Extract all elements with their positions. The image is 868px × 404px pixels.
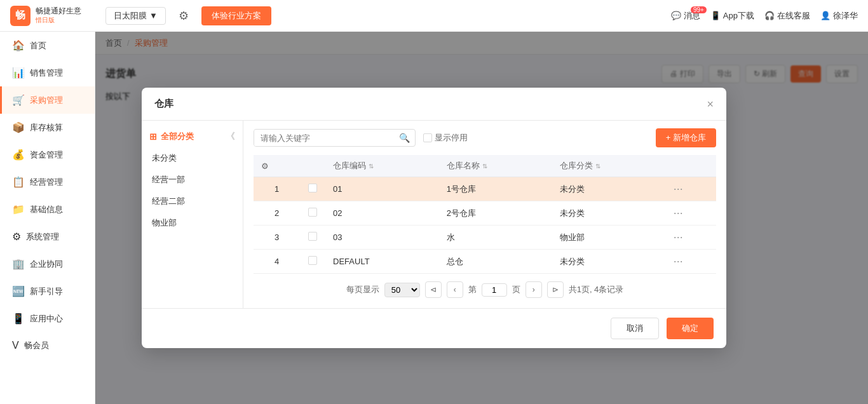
row-checkbox[interactable] bbox=[308, 232, 317, 241]
row-action-button[interactable]: ··· bbox=[674, 206, 683, 220]
row-action-button[interactable]: ··· bbox=[674, 255, 683, 268]
table-row[interactable]: 3 03 水 物业部 ··· bbox=[254, 226, 716, 250]
sidebar-item-system[interactable]: ⚙ 系统管理 bbox=[0, 223, 95, 250]
row-name: 总仓 bbox=[439, 250, 553, 274]
sidebar-item-home[interactable]: 🏠 首页 bbox=[0, 32, 95, 59]
message-badge: 99+ bbox=[691, 6, 707, 13]
page-number-input[interactable] bbox=[482, 283, 507, 297]
row-code: 01 bbox=[325, 177, 439, 201]
row-num: 2 bbox=[254, 201, 300, 226]
add-warehouse-button[interactable]: + 新增仓库 bbox=[656, 128, 716, 147]
sidebar-item-corp[interactable]: 🏢 企业协同 bbox=[0, 250, 95, 278]
sidebar-label-purchase: 采购管理 bbox=[30, 95, 63, 106]
mobile-icon: 📱 bbox=[12, 313, 25, 325]
col-settings-header[interactable]: ⚙ bbox=[254, 155, 300, 177]
search-input[interactable] bbox=[254, 130, 394, 146]
table-row[interactable]: 4 DEFAULT 总仓 未分类 ··· bbox=[254, 250, 716, 274]
cancel-button[interactable]: 取消 bbox=[611, 318, 659, 339]
row-code: 02 bbox=[325, 201, 439, 226]
app-download-item[interactable]: 📱 App下载 bbox=[710, 10, 754, 22]
last-page-button[interactable]: ⊳ bbox=[547, 281, 564, 298]
modal-body: ⊞ 全部分类 《 未分类 经营一部 经营二部 物业部 bbox=[142, 121, 726, 308]
row-action: ··· bbox=[666, 226, 716, 250]
row-category: 物业部 bbox=[552, 226, 666, 250]
category-item-ops1[interactable]: 经营一部 bbox=[142, 169, 243, 191]
category-item-property[interactable]: 物业部 bbox=[142, 212, 243, 234]
online-service-item[interactable]: 🎧 在线客服 bbox=[764, 10, 810, 22]
first-page-button[interactable]: ⊲ bbox=[425, 281, 442, 298]
table-panel: 🔍 显示停用 + 新增仓库 bbox=[243, 121, 726, 308]
col-code-header: 仓库编码⇅ bbox=[325, 155, 439, 177]
content-area: 首页 / 采购管理 进货单 🖨 打印 导出 ↻ 刷新 查询 设置 按以下 bbox=[95, 32, 868, 404]
sidebar-item-operation[interactable]: 📋 经营管理 bbox=[0, 168, 95, 196]
trial-button[interactable]: 体验行业方案 bbox=[201, 6, 271, 25]
next-page-button[interactable]: › bbox=[526, 281, 542, 298]
row-checkbox[interactable] bbox=[308, 208, 317, 217]
sidebar-item-base[interactable]: 📁 基础信息 bbox=[0, 196, 95, 223]
sidebar-label-operation: 经营管理 bbox=[30, 177, 63, 188]
warehouse-table: ⚙ 仓库编码⇅ 仓库名称⇅ 仓库分类⇅ 1 bbox=[254, 155, 716, 274]
category-all[interactable]: ⊞ 全部分类 bbox=[149, 131, 194, 142]
sidebar-label-member: 畅会员 bbox=[24, 340, 49, 351]
show-disabled-label[interactable]: 显示停用 bbox=[423, 132, 468, 144]
row-checkbox-cell[interactable] bbox=[300, 177, 325, 201]
row-action-button[interactable]: ··· bbox=[674, 182, 683, 196]
row-checkbox[interactable] bbox=[308, 184, 317, 192]
table-toolbar: 🔍 显示停用 + 新增仓库 bbox=[254, 128, 716, 147]
table-header-row: ⚙ 仓库编码⇅ 仓库名称⇅ 仓库分类⇅ bbox=[254, 155, 716, 177]
sidebar-item-stock[interactable]: 📦 库存核算 bbox=[0, 114, 95, 141]
sidebar-label-base: 基础信息 bbox=[30, 204, 63, 215]
row-checkbox-cell[interactable] bbox=[300, 226, 325, 250]
confirm-button[interactable]: 确定 bbox=[667, 318, 714, 339]
row-checkbox-cell[interactable] bbox=[300, 250, 325, 274]
sidebar-item-apps[interactable]: 📱 应用中心 bbox=[0, 305, 95, 332]
message-item[interactable]: 💬 消息 99+ bbox=[671, 10, 700, 22]
row-action-button[interactable]: ··· bbox=[674, 231, 683, 244]
sidebar-item-purchase[interactable]: 🛒 采购管理 bbox=[0, 86, 95, 114]
settings-button[interactable]: ⚙ bbox=[173, 6, 194, 26]
home-icon: 🏠 bbox=[12, 39, 25, 51]
row-name: 水 bbox=[439, 226, 553, 250]
row-action: ··· bbox=[666, 201, 716, 226]
row-checkbox-cell[interactable] bbox=[300, 201, 325, 226]
building-icon: 🏢 bbox=[12, 258, 25, 270]
new-icon: 🆕 bbox=[12, 285, 25, 297]
sidebar-item-finance[interactable]: 💰 资金管理 bbox=[0, 141, 95, 168]
row-action: ··· bbox=[666, 177, 716, 201]
col-category-header: 仓库分类⇅ bbox=[552, 155, 666, 177]
row-code: DEFAULT bbox=[325, 250, 439, 274]
sidebar-label-corp: 企业协同 bbox=[30, 259, 63, 270]
logo-icon: 畅 bbox=[10, 6, 31, 26]
per-page-select[interactable]: 50 100 200 bbox=[384, 283, 420, 297]
warehouse-modal: 仓库 × ⊞ 全部分类 《 未分类 bbox=[142, 88, 726, 348]
headset-icon: 🎧 bbox=[764, 11, 775, 20]
logo-text: 畅捷通好生意 bbox=[36, 6, 81, 17]
col-action-header bbox=[666, 155, 716, 177]
prev-page-button[interactable]: ‹ bbox=[447, 281, 463, 298]
row-category: 未分类 bbox=[552, 177, 666, 201]
search-icon[interactable]: 🔍 bbox=[394, 130, 415, 146]
collapse-icon[interactable]: 《 bbox=[226, 131, 235, 142]
sidebar-item-sales[interactable]: 📊 销售管理 bbox=[0, 59, 95, 86]
row-checkbox[interactable] bbox=[308, 256, 317, 265]
box-icon: 📦 bbox=[12, 121, 25, 133]
modal-close-button[interactable]: × bbox=[707, 98, 714, 110]
avatar: 👤 bbox=[820, 11, 831, 20]
row-category: 未分类 bbox=[552, 201, 666, 226]
category-header: ⊞ 全部分类 《 bbox=[142, 126, 243, 147]
show-disabled-checkbox[interactable] bbox=[423, 133, 432, 142]
clipboard-icon: 📋 bbox=[12, 176, 25, 188]
logo-area: 畅 畅捷通好生意 惜日版 bbox=[10, 6, 105, 26]
modal-header: 仓库 × bbox=[142, 88, 726, 121]
user-item[interactable]: 👤 徐泽华 bbox=[820, 10, 858, 22]
category-item-ops2[interactable]: 经营二部 bbox=[142, 191, 243, 212]
sidebar-item-member[interactable]: V 畅会员 bbox=[0, 332, 95, 359]
sidebar-item-guide[interactable]: 🆕 新手引导 bbox=[0, 278, 95, 305]
category-item-unclassified[interactable]: 未分类 bbox=[142, 147, 243, 169]
company-select[interactable]: 日太阳膜 ▼ bbox=[105, 7, 166, 25]
page-label: 第 bbox=[468, 284, 477, 295]
table-row[interactable]: 2 02 2号仓库 未分类 ··· bbox=[254, 201, 716, 226]
table-row[interactable]: 1 01 1号仓库 未分类 ··· bbox=[254, 177, 716, 201]
company-name: 日太阳膜 bbox=[114, 10, 147, 22]
pagination: 每页显示 50 100 200 ⊲ ‹ 第 页 › bbox=[254, 274, 716, 300]
